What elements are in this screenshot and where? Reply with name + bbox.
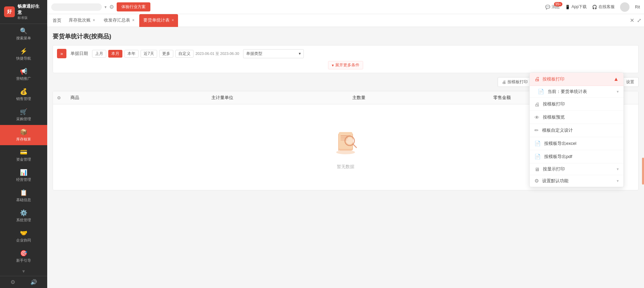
topbar-search-dropdown[interactable]: ▾ — [105, 5, 107, 9]
template-print-label: 按模板打印 — [543, 101, 619, 107]
dropdown-item-template-excel[interactable]: 📄 按模板导出excel — [530, 137, 623, 150]
chevron-down-icon: ▾ — [299, 51, 301, 56]
experience-button[interactable]: 体验行业方案 — [117, 2, 150, 11]
tab-order-stats[interactable]: 要货单统计表 × — [139, 14, 178, 27]
main-area: ▾ ⚙ 体验行业方案 💬 消息 99+ 📱 App下载 🎧 在线客服 Rit 首… — [47, 0, 644, 288]
sidebar-finance-label: 资金管理 — [16, 157, 31, 162]
avatar[interactable] — [620, 2, 630, 12]
table-settings-icon[interactable]: ⚙ — [57, 95, 61, 100]
topbar-right-actions: 💬 消息 99+ 📱 App下载 🎧 在线客服 Rit — [545, 2, 640, 12]
basics-icon: 📋 — [20, 189, 27, 196]
tab-receipt-summary[interactable]: 收发存汇总表 × — [100, 14, 139, 27]
topbar-gear-icon[interactable]: ⚙ — [109, 4, 114, 10]
page-title: 要货单统计表(按商品) — [53, 32, 639, 40]
sidebar-logo: 好 畅康通好生意 标准版 — [0, 0, 47, 24]
sidebar-item-sales[interactable]: 💰 销售管理 — [0, 85, 47, 105]
dropdown-item-template-custom[interactable]: ✏ 模板自定义设计 — [530, 124, 623, 137]
tab-receipt-summary-close[interactable]: × — [132, 18, 135, 23]
expand-icon: ▾ — [332, 63, 334, 68]
date-options: 上月 本月 本年 近7天 更多 自定义 2023-06-01 至 2023-06… — [92, 50, 239, 58]
date-more[interactable]: 更多 — [159, 50, 173, 58]
sidebar-item-purchase[interactable]: 🛒 采购管理 — [0, 105, 47, 125]
current-section-arrow-icon: ▾ — [617, 89, 619, 94]
app-version: 标准版 — [18, 15, 43, 20]
filter-expand-button[interactable]: » — [57, 49, 66, 58]
sidebar-item-inventory[interactable]: 📦 库存核算 — [0, 125, 47, 145]
date-this-year[interactable]: 本年 — [124, 50, 139, 58]
date-last7days[interactable]: 近7天 — [141, 50, 157, 58]
settings-button[interactable]: 设置 — [622, 77, 639, 87]
filter-row-2: ▾ 展开更多条件 — [57, 61, 634, 69]
app-download-button[interactable]: 📱 App下载 — [565, 4, 587, 10]
quick-nav-icon: ⚡ — [20, 47, 27, 55]
dropdown-section-set-default[interactable]: ⚙ 设置默认功能 ▾ — [530, 175, 623, 187]
dropdown-item-template-print[interactable]: 🖨 按模板打印 — [530, 98, 623, 111]
tabbar: 首页 库存批次账 × 收发存汇总表 × 要货单统计表 × ✕ ⤢ — [47, 14, 644, 27]
template-custom-icon: ✏ — [534, 127, 539, 133]
sidebar-scroll-down[interactable]: ▼ — [0, 267, 47, 276]
tab-close-all-icon[interactable]: ✕ — [630, 17, 634, 24]
message-button[interactable]: 💬 消息 99+ — [545, 4, 560, 10]
sidebar-speaker-button[interactable]: 🔊 — [30, 279, 37, 285]
sidebar-item-enterprise[interactable]: 🤝 企业协同 — [0, 226, 47, 246]
date-prev-month[interactable]: 上月 — [92, 50, 106, 58]
sidebar-system-label: 系统管理 — [16, 218, 31, 223]
template-pdf-icon: 📄 — [534, 154, 541, 160]
sidebar-inventory-label: 库存核算 — [16, 137, 31, 142]
tab-maximize-icon[interactable]: ⤢ — [637, 17, 641, 24]
dropdown-section-display-print[interactable]: 🖥 按显示打印 ▾ — [530, 163, 623, 175]
svg-line-8 — [353, 144, 356, 148]
print-dropdown-icon: 🖨 — [534, 76, 540, 82]
filter-row-1: » 单据日期 上月 本月 本年 近7天 更多 自定义 2023-06-01 至 … — [57, 49, 634, 58]
sidebar-operations-label: 经营管理 — [16, 177, 31, 182]
user-name[interactable]: Rit — [635, 5, 640, 9]
sidebar-item-newbie[interactable]: 🎯 新手引导 — [0, 246, 47, 266]
sidebar-item-marketing[interactable]: 📢 营销推广 — [0, 64, 47, 85]
sidebar-item-search[interactable]: 🔍 搜索菜单 — [0, 24, 47, 44]
type-select-label: 单据类型 — [246, 51, 262, 57]
display-print-label: 按显示打印 — [543, 166, 613, 172]
enterprise-icon: 🤝 — [20, 229, 27, 237]
dropdown-item-template-pdf[interactable]: 📄 按模板导出pdf — [530, 150, 623, 163]
sales-icon: 💰 — [20, 88, 27, 95]
tab-inventory-batch[interactable]: 库存批次账 × — [65, 14, 99, 27]
app-logo-icon: 好 — [4, 6, 15, 17]
sidebar-item-quick-nav[interactable]: ⚡ 快捷导航 — [0, 44, 47, 64]
app-download-icon: 📱 — [565, 5, 570, 9]
type-select[interactable]: 单据类型 ▾ — [243, 49, 304, 58]
tab-home[interactable]: 首页 — [50, 18, 64, 24]
topbar-search-input[interactable] — [51, 3, 102, 11]
dropdown-header[interactable]: 🖨 按模板打印 ▲ — [530, 73, 623, 86]
sidebar-settings-button[interactable]: ⚙ — [10, 279, 15, 285]
sidebar-enterprise-label: 企业协同 — [16, 238, 31, 243]
tab-order-stats-close[interactable]: × — [172, 18, 174, 23]
dropdown-collapse-icon[interactable]: ▲ — [613, 76, 619, 82]
scrollbar[interactable] — [642, 158, 644, 185]
system-icon: ⚙️ — [20, 209, 27, 217]
dropdown-current-section[interactable]: 📄 当前：要货单统计表 ▾ — [530, 86, 623, 98]
sidebar-item-basics[interactable]: 📋 基础信息 — [0, 186, 47, 206]
tab-inventory-batch-close[interactable]: × — [93, 18, 95, 23]
online-service-button[interactable]: 🎧 在线客服 — [592, 4, 615, 10]
dropdown-item-template-preview[interactable]: 👁 按模板预览 — [530, 111, 623, 124]
template-excel-label: 按模板导出excel — [544, 140, 619, 147]
tab-resize-buttons: ✕ ⤢ — [630, 17, 641, 24]
sidebar-marketing-label: 营销推广 — [16, 76, 31, 81]
date-this-month[interactable]: 本月 — [108, 50, 122, 58]
sidebar-item-operations[interactable]: 📊 经营管理 — [0, 165, 47, 186]
tab-inventory-batch-label: 库存批次账 — [69, 17, 91, 23]
newbie-icon: 🎯 — [20, 250, 27, 257]
expand-more-button[interactable]: ▾ 展开更多条件 — [328, 61, 363, 69]
print-label: 按模板打印 — [507, 79, 528, 85]
printer-icon: 🖨 — [502, 80, 506, 85]
sidebar-item-finance[interactable]: 💳 资金管理 — [0, 145, 47, 165]
sidebar-bottom: ⚙ 🔊 — [0, 276, 47, 288]
sidebar-purchase-label: 采购管理 — [16, 117, 31, 122]
template-preview-label: 按模板预览 — [543, 114, 619, 120]
date-custom[interactable]: 自定义 — [175, 50, 194, 58]
headset-icon: 🎧 — [592, 5, 597, 9]
sidebar-item-app-center[interactable]: 📱 应用中心 — [0, 266, 47, 267]
tab-receipt-summary-label: 收发存汇总表 — [104, 17, 130, 23]
display-print-arrow-icon: ▾ — [617, 167, 619, 171]
sidebar-item-system[interactable]: ⚙️ 系统管理 — [0, 206, 47, 226]
